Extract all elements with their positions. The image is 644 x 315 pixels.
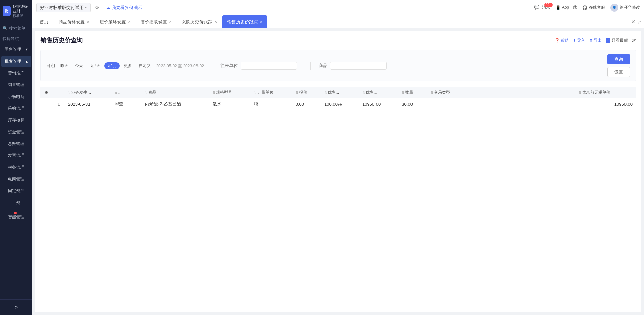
- sidebar-item-label: 资金管理: [8, 129, 24, 135]
- version-label: 好业财标准版交付试用: [40, 5, 84, 11]
- tab-sales-history[interactable]: 销售历史价跟踪 ✕: [222, 15, 267, 28]
- tab-close-icon[interactable]: ✕: [260, 20, 262, 24]
- sidebar-item-marketing[interactable]: 营销推广: [1, 68, 31, 79]
- sidebar-item-finance[interactable]: 资金管理: [1, 127, 31, 138]
- search-label: 搜索菜单: [9, 26, 25, 31]
- chevron-icon: ▾: [26, 47, 28, 52]
- customer-filter-label: 往来单位: [220, 63, 238, 69]
- th-price[interactable]: ⇅报价: [292, 87, 321, 98]
- sidebar-item-smart[interactable]: 智能管理: [1, 209, 31, 223]
- import-link[interactable]: ⬇ 导入: [573, 38, 585, 43]
- sidebar-item-label: 库存核算: [8, 117, 24, 123]
- date-options: 昨天 今天 近7天 近1月 更多 自定义: [58, 62, 153, 69]
- tab-purchase-strategy[interactable]: 进价策略设置 ✕: [95, 15, 135, 28]
- app-download-button[interactable]: 📱 App下载: [556, 5, 577, 10]
- date-btn-more[interactable]: 更多: [121, 62, 135, 69]
- message-button[interactable]: 💬 99+ 消息: [534, 5, 550, 10]
- tab-purchase-history[interactable]: 采购历史价跟踪 ✕: [177, 15, 222, 28]
- th-spec[interactable]: ⇅规格型号: [209, 87, 251, 98]
- tab-close-icon[interactable]: ✕: [128, 20, 131, 24]
- export-link[interactable]: ⬆ 导出: [589, 38, 602, 43]
- sidebar-quick-nav[interactable]: 快捷导航: [0, 34, 32, 44]
- th-biz-date[interactable]: ⇅业务发生...: [65, 87, 111, 98]
- th-pretax-price[interactable]: ⇅优惠前无税单价: [575, 87, 636, 98]
- sidebar-item-sales[interactable]: 销售管理: [1, 79, 31, 91]
- th-unit[interactable]: ⇅计量单位: [251, 87, 292, 98]
- only-last-checkbox[interactable]: ✓ 只看最后一次: [606, 38, 636, 43]
- table-row: 1 2023-05-31 华查... 丙烯酸-2-乙基己酯 散水 吨 0.00 …: [40, 98, 636, 110]
- logo-text: 畅捷通好业财: [13, 4, 30, 14]
- topbar-right: 💬 99+ 消息 📱 App下载 🎧 在线客服 👤 徐泽华修改: [534, 4, 640, 12]
- sidebar-item-ecommerce-small[interactable]: 小畅电商: [1, 91, 31, 102]
- sidebar-item-tax[interactable]: 税务管理: [1, 162, 31, 173]
- customer-input[interactable]: [241, 62, 297, 70]
- th-product[interactable]: ⇅商品: [142, 87, 209, 98]
- page-content: 销售历史价查询 ❓ 帮助 ⬇ 导入 ⬆ 导出 ✓ 只看最后一次: [35, 31, 641, 312]
- service-label: 在线客服: [589, 5, 605, 10]
- tab-close-icon[interactable]: ✕: [214, 20, 217, 24]
- sidebar-item-ecommerce[interactable]: 电商管理: [1, 174, 31, 185]
- filter-divider-2: [310, 62, 311, 70]
- sidebar-item-inventory[interactable]: 库存核算: [1, 115, 31, 126]
- th-discount-pct[interactable]: ⇅优惠...: [321, 87, 359, 98]
- expand-icon[interactable]: ⤢: [637, 19, 641, 25]
- product-dots-button[interactable]: ...: [388, 63, 392, 68]
- user-menu[interactable]: 👤 徐泽华修改: [610, 4, 640, 12]
- date-btn-today[interactable]: 今天: [72, 62, 86, 69]
- gear-icon: ⚙: [14, 305, 18, 310]
- topbar: 好业财标准版交付试用 ▾ ⚙ ☁ 我要看实例演示 💬 99+ 消息 📱 App下…: [32, 0, 644, 15]
- sidebar-item-label: 采购管理: [8, 106, 24, 111]
- customer-input-wrap: ...: [241, 62, 302, 70]
- cell-trans-type: [427, 98, 469, 110]
- smart-dot: [14, 212, 17, 214]
- cell-product: 丙烯酸-2-乙基己酯: [142, 98, 209, 110]
- sidebar-item-purchase[interactable]: 采购管理: [1, 103, 31, 114]
- checkbox-icon: ✓: [606, 38, 610, 43]
- tab-product-price[interactable]: 商品价格设置 ✕: [54, 15, 94, 28]
- date-btn-last1month[interactable]: 近1月: [104, 62, 120, 69]
- sidebar-item-retail[interactable]: 零售管理 ▾: [1, 44, 31, 55]
- date-btn-yesterday[interactable]: 昨天: [58, 62, 71, 69]
- th-trans-type[interactable]: ⇅交易类型: [427, 87, 469, 98]
- sidebar-item-invoice[interactable]: 发票管理: [1, 150, 31, 161]
- cell-discount-val: 10950.00: [359, 98, 398, 110]
- data-table: ⚙ ⇅业务发生... ⇅... ⇅商品 ⇅规格型号 ⇅计量单位 ⇅报价 ⇅优惠.…: [40, 87, 636, 110]
- tab-close-icon[interactable]: ✕: [87, 20, 90, 24]
- help-link[interactable]: ❓ 帮助: [554, 38, 569, 43]
- sidebar-item-account[interactable]: 总账管理: [1, 138, 31, 149]
- settings-icon[interactable]: ⚙: [93, 3, 101, 12]
- tab-sale-extract[interactable]: 售价提取设置 ✕: [136, 15, 176, 28]
- tab-close-icon[interactable]: ✕: [169, 20, 172, 24]
- query-button[interactable]: 查询: [607, 54, 630, 64]
- cell-num: 1: [52, 98, 65, 110]
- th-extra[interactable]: ⇅...: [111, 87, 142, 98]
- th-qty[interactable]: ⇅数量: [398, 87, 427, 98]
- customer-filter-group: 往来单位 ...: [220, 62, 302, 70]
- th-discount-val[interactable]: ⇅优惠...: [359, 87, 398, 98]
- sidebar-gear-button[interactable]: ⚙: [13, 302, 20, 312]
- sidebar-item-label: 固定资产: [8, 188, 24, 194]
- table-wrap: ⚙ ⇅业务发生... ⇅... ⇅商品 ⇅规格型号 ⇅计量单位 ⇅报价 ⇅优惠.…: [40, 87, 636, 307]
- close-window-button[interactable]: ✕: [631, 19, 635, 25]
- tab-home[interactable]: 首页: [35, 15, 53, 28]
- th-spacer: [469, 87, 575, 98]
- cell-biz-date: 2023-05-31: [65, 98, 111, 110]
- customer-dots-button[interactable]: ...: [298, 63, 302, 68]
- tab-purchase-history-label: 采购历史价跟踪: [182, 19, 212, 25]
- settings-button[interactable]: 设置: [607, 67, 630, 77]
- sidebar-item-assets[interactable]: 固定资产: [1, 185, 31, 197]
- version-selector[interactable]: 好业财标准版交付试用 ▾: [36, 3, 91, 12]
- cell-gear: [40, 98, 52, 110]
- product-filter-label: 商品: [319, 63, 327, 69]
- product-input[interactable]: [330, 62, 387, 70]
- cell-discount-pct: 100.00%: [321, 98, 359, 110]
- sidebar-item-payroll[interactable]: 工资: [1, 197, 31, 208]
- th-gear[interactable]: ⚙: [40, 87, 52, 98]
- sidebar-search[interactable]: 🔍 搜索菜单: [0, 23, 32, 34]
- demo-button[interactable]: ☁ 我要看实例演示: [106, 5, 142, 11]
- date-btn-custom[interactable]: 自定义: [136, 62, 153, 69]
- sidebar: 财 畅捷通好业财 标准版 🔍 搜索菜单 快捷导航 零售管理 ▾ 批发管理 ▴ 营…: [0, 0, 32, 315]
- sidebar-item-wholesale[interactable]: 批发管理 ▴: [1, 56, 31, 67]
- date-btn-last7days[interactable]: 近7天: [87, 62, 103, 69]
- online-service-button[interactable]: 🎧 在线客服: [582, 5, 605, 10]
